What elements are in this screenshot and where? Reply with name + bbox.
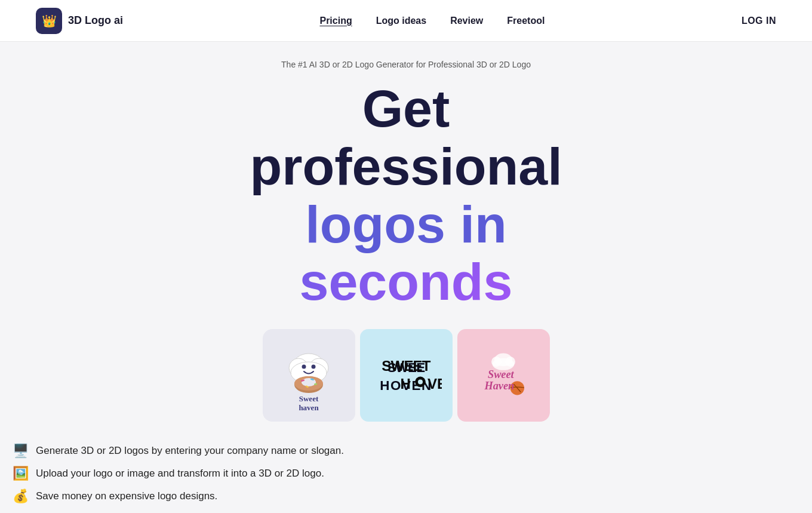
logo-icon: 👑 xyxy=(36,8,62,34)
logo-title: 3D Logo ai xyxy=(68,14,123,27)
feature-emoji-1: 🖼️ xyxy=(12,466,29,481)
svg-point-22 xyxy=(418,379,423,384)
svg-text:Haven: Haven xyxy=(484,380,514,392)
svg-point-4 xyxy=(302,364,306,368)
logo-area[interactable]: 👑 3D Logo ai xyxy=(36,8,123,34)
svg-text:haven: haven xyxy=(299,403,319,412)
hero-line-3: logos in xyxy=(250,196,562,254)
nav: Pricing Logo ideas Review Freetool xyxy=(319,16,545,26)
header: 👑 3D Logo ai Pricing Logo ideas Review F… xyxy=(0,0,812,42)
main-content: The #1 AI 3D or 2D Logo Generator for Pr… xyxy=(0,42,812,513)
svg-text:VEN: VEN xyxy=(427,375,442,391)
svg-text:Sweet: Sweet xyxy=(488,368,515,380)
feature-emoji-0: 🖥️ xyxy=(12,443,29,459)
feature-list: 🖥️ Generate 3D or 2D logos by entering y… xyxy=(12,443,430,513)
feature-emoji-2: 💰 xyxy=(12,489,29,504)
nav-review[interactable]: Review xyxy=(450,16,483,26)
nav-pricing[interactable]: Pricing xyxy=(319,16,352,26)
hero-line-4: seconds xyxy=(250,253,562,311)
feature-item-1: 🖼️ Upload your logo or image and transfo… xyxy=(12,466,430,481)
login-button[interactable]: LOG IN xyxy=(742,16,776,26)
page-subtitle: The #1 AI 3D or 2D Logo Generator for Pr… xyxy=(281,60,531,69)
feature-text-0: Generate 3D or 2D logos by entering your… xyxy=(36,445,344,457)
hero-line-2: professional xyxy=(250,138,562,196)
feature-item-2: 💰 Save money on expensive logo designs. xyxy=(12,489,430,504)
svg-text:SWEET: SWEET xyxy=(382,358,430,374)
feature-text-1: Upload your logo or image and transform … xyxy=(36,468,324,480)
feature-item-0: 🖥️ Generate 3D or 2D logos by entering y… xyxy=(12,443,430,459)
hero-line-1: Get xyxy=(250,80,562,138)
logo-card-2: SWEE HOVEN SWEET H VEN xyxy=(360,329,453,422)
hero-heading: Get professional logos in seconds xyxy=(250,80,562,311)
logo-showcase: Sweet haven SWEE HOVEN SWEET H VEN xyxy=(263,329,550,422)
logo-card-3: Sweet Haven xyxy=(457,329,550,422)
nav-freetool[interactable]: Freetool xyxy=(507,16,545,26)
logo-card-1: Sweet haven xyxy=(263,329,355,422)
svg-text:Sweet: Sweet xyxy=(299,394,319,403)
svg-point-5 xyxy=(312,364,316,368)
nav-logo-ideas[interactable]: Logo ideas xyxy=(376,16,426,26)
feature-text-2: Save money on expensive logo designs. xyxy=(36,490,217,502)
svg-text:H: H xyxy=(401,375,412,391)
